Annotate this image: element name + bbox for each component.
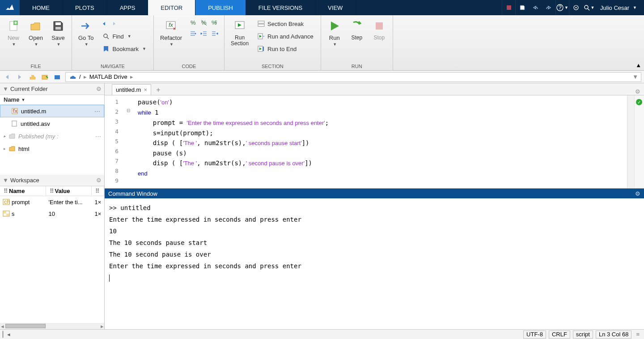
indent-icon[interactable] [188,29,198,39]
workspace-row[interactable]: s101× [0,208,104,219]
tab-view[interactable]: VIEW [315,0,356,15]
save-icon-small[interactable] [515,0,529,15]
svg-rect-23 [258,24,264,26]
goto-start-icon[interactable]: ▏◂ [3,331,10,338]
record-icon[interactable] [502,0,515,15]
svg-rect-32 [12,121,17,126]
help-icon[interactable]: ?▼ [555,0,569,15]
run-section-button[interactable]: Run Section [227,17,252,48]
app-logo[interactable] [0,0,20,15]
editor-vscrollbar[interactable] [627,95,634,188]
gear-icon[interactable]: ⚙ [96,177,102,184]
addr-up-icon[interactable] [28,72,38,82]
ribbon-group-file: New▼ Open▼ Save▼ FILE [0,15,72,70]
addr-back-icon[interactable] [3,72,13,82]
menubar: HOMEPLOTSAPPSEDITORPUBLISHFILE VERSIONSV… [0,0,644,15]
svg-rect-36 [4,211,6,214]
svg-rect-12 [55,27,61,30]
svg-rect-22 [258,21,264,23]
comment-icon[interactable]: % [188,18,198,28]
goto-button[interactable]: Go To▼ [75,17,97,49]
indent-more-icon[interactable] [199,29,209,39]
status-eol[interactable]: CRLF [549,330,570,339]
command-window[interactable]: >> untitled Enter the time expressed in … [105,198,644,329]
target-icon[interactable] [569,0,582,15]
tab-apps[interactable]: APPS [107,0,148,15]
tab-editor[interactable]: EDITOR [148,0,195,15]
search-icon[interactable]: ▼ [582,0,596,15]
ws-col-name[interactable]: ⠿Name [0,186,46,196]
ribbon-group-code: fx Refactor▼ % % % CODE [154,15,225,70]
tab-publish[interactable]: PUBLISH [195,0,246,15]
run-button[interactable]: Run▼ [324,17,345,49]
ribbon-group-section: Run Section Section Break Run and Advanc… [225,15,321,70]
addr-fold1-icon[interactable] [40,72,50,82]
file-item[interactable]: ▸Published (my :⋯ [0,130,104,142]
cf-col-name[interactable]: Name ▼ [0,95,104,105]
tab-file-versions[interactable]: FILE VERSIONS [246,0,315,15]
user-menu[interactable]: Julio Cesar ▼ [596,0,644,15]
editor-area[interactable]: 123456789 ⊟ pause('on') while 1 prompt =… [105,95,644,189]
open-button[interactable]: Open▼ [25,17,47,49]
ribbon-collapse-icon[interactable]: ▲ [636,62,641,69]
ribbon-group-run: Run▼ Step Stop RUN [321,15,393,70]
uncomment-icon[interactable]: % [199,18,209,28]
file-item[interactable]: fxuntitled.m⋯ [0,105,104,117]
svg-text:%: % [191,19,196,26]
workspace-header[interactable]: ▼ Workspace ⚙ [0,175,104,186]
workspace-row[interactable]: chprompt'Enter the ti...1× [0,196,104,208]
gear-icon[interactable]: ⚙ [96,86,102,92]
line-gutter: 123456789 [105,95,124,188]
stop-button[interactable]: Stop [369,17,390,43]
tab-plots[interactable]: PLOTS [63,0,107,15]
section-break-button[interactable]: Section Break [255,18,316,30]
step-button[interactable]: Step [346,17,368,43]
save-button[interactable]: Save▼ [47,17,69,49]
file-item[interactable]: ▸html [0,142,104,155]
svg-text:?: ? [558,4,561,11]
left-panels: ▼ Current Folder ⚙ Name ▼ fxuntitled.m⋯u… [0,83,105,329]
editor-tab[interactable]: untitled.m × [112,84,151,95]
nav-back-forward[interactable] [100,18,148,30]
editor-tabs: untitled.m × + ⚙ [105,83,644,95]
undo-icon[interactable] [529,0,542,15]
tab-home[interactable]: HOME [20,0,63,15]
wrap-comment-icon[interactable]: % [210,18,220,28]
current-folder-header[interactable]: ▼ Current Folder ⚙ [0,83,104,95]
new-tab-button[interactable]: + [153,85,164,95]
code-text[interactable]: pause('on') while 1 prompt = 'Enter the … [132,95,627,188]
addr-fwd-icon[interactable] [15,72,25,82]
status-encoding[interactable]: UTF-8 [523,330,546,339]
workspace-columns: ⠿Name ⠿Value ⠿ [0,186,104,196]
command-window-header[interactable]: Command Window ⚙ [105,189,644,198]
topbar-right: ?▼ ▼ Julio Cesar ▼ [502,0,644,15]
status-menu-icon[interactable]: ≡ [634,331,641,338]
run-advance-button[interactable]: Run and Advance [255,30,316,42]
ws-col-size[interactable]: ⠿ [92,186,104,196]
new-button[interactable]: New▼ [3,17,24,49]
status-cursor[interactable]: Ln 3 Col 68 [596,330,632,339]
redo-icon[interactable] [542,0,555,15]
svg-rect-37 [6,214,9,216]
svg-line-6 [588,9,589,10]
addr-dropdown-icon[interactable]: ▼ [632,73,638,80]
svg-text:fx: fx [169,21,174,28]
svg-rect-27 [376,22,383,30]
find-button[interactable]: Find ▼ [100,30,148,42]
address-path[interactable]: / ▸ MATLAB Drive ▸ ▼ [65,72,641,82]
ws-col-value[interactable]: ⠿Value [46,186,92,196]
horizontal-scrollbar[interactable]: ◂ ▸ [0,323,104,329]
bookmark-button[interactable]: Bookmark ▼ [100,43,148,55]
refactor-button[interactable]: fx Refactor▼ [157,17,186,49]
svg-point-5 [585,5,588,9]
close-icon[interactable]: × [144,86,147,93]
run-to-end-button[interactable]: Run to End [255,43,316,55]
address-bar: / ▸ MATLAB Drive ▸ ▼ [0,71,644,83]
status-type[interactable]: script [573,330,593,339]
gear-icon[interactable]: ⚙ [635,88,640,95]
indent-less-icon[interactable] [210,29,220,39]
file-item[interactable]: untitled.asv [0,117,104,130]
cloud-icon [68,74,76,80]
gear-icon[interactable]: ⚙ [635,190,640,197]
addr-fold2-icon[interactable] [53,72,63,82]
